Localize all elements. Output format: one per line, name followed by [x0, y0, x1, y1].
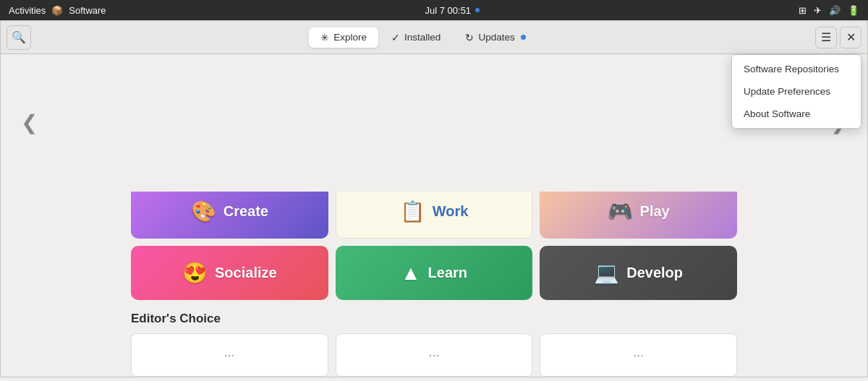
app-card-2[interactable]: ··· [336, 333, 533, 377]
category-socialize-button[interactable]: 😍 Socialize [131, 246, 328, 300]
category-create-button[interactable]: 🎨 Create [131, 184, 328, 239]
socialize-icon: 😍 [182, 261, 208, 285]
tab-explore[interactable]: ✳ Explore [309, 27, 378, 48]
editors-choice-title: Editor's Choice [131, 312, 737, 326]
menu-item-about-software[interactable]: About Software [732, 103, 861, 125]
software-app-name: Software [69, 5, 106, 16]
software-app-icon: 📦 [51, 5, 63, 16]
close-button[interactable]: ✕ [840, 27, 861, 48]
updates-icon: ↻ [465, 32, 474, 43]
status-dot-icon [475, 8, 480, 12]
menu-button[interactable]: ☰ [815, 27, 837, 48]
installed-icon: ✓ [391, 32, 400, 43]
network-icon: ⊞ [799, 5, 807, 16]
tab-explore-label: Explore [333, 32, 367, 43]
tab-installed-label: Installed [404, 32, 441, 43]
category-develop-label: Develop [626, 265, 683, 281]
category-work-label: Work [433, 203, 469, 220]
header-right: ☰ ✕ [815, 27, 861, 48]
category-grid: 🎨 Create 📋 Work 🎮 Play 😍 Socialize ▲ Lea… [1, 184, 867, 300]
app-card-1[interactable]: ··· [131, 333, 328, 377]
category-work-button[interactable]: 📋 Work [336, 184, 533, 239]
update-badge-icon [521, 35, 526, 40]
learn-icon: ▲ [401, 262, 421, 285]
volume-icon: 🔊 [829, 5, 841, 16]
menu-item-software-repos[interactable]: Software Repositories [732, 58, 861, 80]
category-socialize-label: Socialize [215, 265, 277, 281]
category-learn-label: Learn [428, 265, 467, 281]
app-card-1-placeholder: ··· [224, 348, 235, 363]
explore-icon: ✳ [320, 32, 329, 43]
category-create-label: Create [224, 203, 268, 220]
category-play-label: Play [640, 203, 670, 220]
battery-icon: 🔋 [848, 5, 859, 16]
tab-installed[interactable]: ✓ Installed [380, 27, 452, 48]
category-learn-button[interactable]: ▲ Learn [336, 246, 533, 300]
carousel-prev-button[interactable]: ❮ [15, 107, 43, 139]
editors-choice-grid: ··· ··· ··· [131, 333, 737, 377]
app-card-3-placeholder: ··· [633, 348, 644, 363]
app-card-2-placeholder: ··· [428, 348, 439, 363]
nav-tabs: ✳ Explore ✓ Installed ↻ Updates [34, 27, 812, 48]
tab-updates-label: Updates [478, 32, 514, 43]
system-bar: Activities 📦 Software Jul 7 00:51 ⊞ ✈ 🔊 … [0, 0, 868, 20]
wifi-icon: ✈ [814, 5, 822, 16]
search-button[interactable]: 🔍 [7, 25, 31, 50]
play-icon: 🎮 [608, 200, 633, 223]
dropdown-menu: Software Repositories Update Preferences… [731, 54, 861, 129]
app-window: 🔍 ✳ Explore ✓ Installed ↻ Updates ☰ ✕ So… [0, 20, 868, 377]
header-bar: 🔍 ✳ Explore ✓ Installed ↻ Updates ☰ ✕ So… [1, 21, 867, 54]
category-develop-button[interactable]: 💻 Develop [540, 246, 737, 300]
system-time: Jul 7 00:51 [425, 5, 472, 16]
create-icon: 🎨 [191, 200, 216, 223]
editors-choice-section: Editor's Choice ··· ··· ··· [1, 300, 867, 377]
activities-label[interactable]: Activities [9, 5, 46, 16]
app-card-3[interactable]: ··· [540, 333, 737, 377]
work-icon: 📋 [400, 200, 425, 223]
category-play-button[interactable]: 🎮 Play [540, 184, 737, 239]
menu-item-update-prefs[interactable]: Update Preferences [732, 80, 861, 103]
tab-updates[interactable]: ↻ Updates [454, 27, 537, 48]
develop-icon: 💻 [594, 261, 619, 285]
